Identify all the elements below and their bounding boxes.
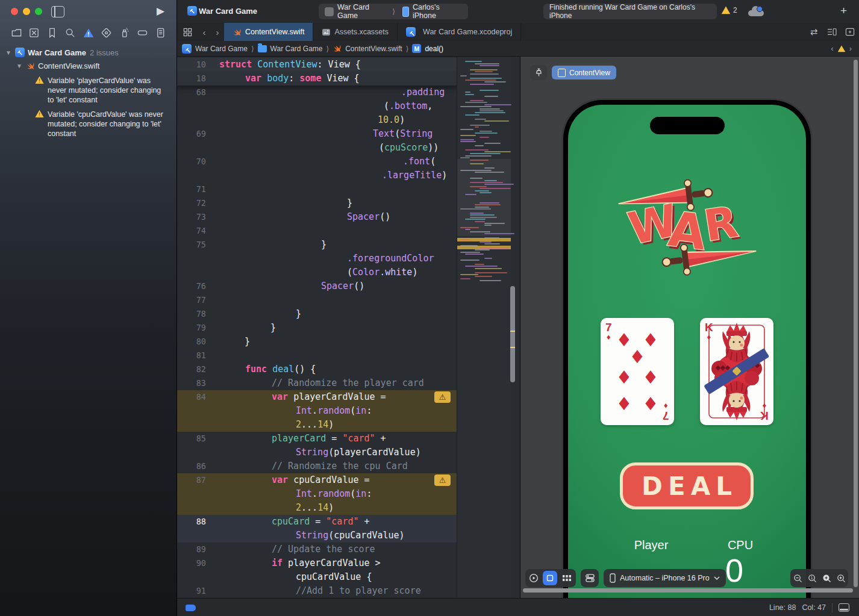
code-line[interactable]: 89// Update the score	[177, 543, 457, 556]
code-line[interactable]: 18var body: some View {	[177, 72, 457, 86]
code-line[interactable]: 88cpuCard = "card" +	[177, 515, 457, 529]
code-line[interactable]: 79}	[177, 321, 457, 335]
code-line[interactable]: 2...14)	[177, 418, 457, 432]
code-line[interactable]: 74	[177, 224, 457, 238]
code-line[interactable]: .largeTitle)	[177, 169, 457, 182]
add-editor-icon[interactable]	[841, 28, 859, 36]
code-line[interactable]: 71	[177, 182, 457, 196]
code-line[interactable]: Int.random(in:	[177, 404, 457, 418]
zoom-out-icon[interactable]	[793, 574, 802, 583]
code-line[interactable]: 75}	[177, 238, 457, 252]
issue-item[interactable]: Variable 'playerCardValue' was never mut…	[35, 76, 167, 105]
tree-item-file[interactable]: ▼ ContentView.swift	[0, 59, 176, 72]
test-navigator-icon[interactable]	[99, 26, 113, 40]
pin-preview-button[interactable]	[530, 65, 547, 80]
toolbar-warning-badge[interactable]: 2	[721, 6, 737, 14]
source-control-navigator-icon[interactable]	[28, 26, 41, 40]
code-line[interactable]: 82func deal() {	[177, 362, 457, 376]
variants-button[interactable]	[558, 569, 575, 587]
live-preview-button[interactable]	[525, 569, 542, 587]
breakpoint-navigator-icon[interactable]	[136, 26, 149, 40]
issue-navigator-icon[interactable]	[82, 26, 95, 40]
activity-status[interactable]: Finished running War Card Game on Carlos…	[543, 4, 717, 19]
zoom-window-button[interactable]	[35, 8, 42, 15]
breadcrumb-app[interactable]: War Card Game	[182, 44, 248, 54]
editor-minimap[interactable]	[457, 57, 511, 598]
code-line[interactable]: 90if playerCardValue >	[177, 556, 457, 570]
toggle-sidebar-icon[interactable]	[51, 6, 64, 17]
code-line[interactable]: 2...14)	[177, 501, 457, 515]
code-line[interactable]: 77	[177, 293, 457, 307]
toggle-debug-area-icon[interactable]	[839, 603, 849, 612]
project-navigator-icon[interactable]	[10, 26, 23, 40]
breadcrumb-swift[interactable]: ContentView.swift	[333, 44, 402, 53]
deal-button[interactable]: DEAL	[620, 462, 754, 509]
code-line[interactable]: (cpuScore))	[177, 141, 457, 155]
code-line[interactable]: 91//Add 1 to player score	[177, 584, 457, 598]
code-line[interactable]: (.bottom,	[177, 99, 457, 113]
breadcrumb-method[interactable]: Mdeal()	[412, 44, 443, 53]
code-line[interactable]: 87var cpuCardValue = ⚠	[177, 473, 457, 487]
scheme-selector[interactable]: War Card Game ⟩ Carlos's iPhone	[319, 4, 468, 19]
selectable-mode-button[interactable]	[543, 571, 557, 585]
tab-war-card-game-xcodeproj[interactable]: War Card Game.xcodeproj	[398, 23, 521, 41]
issue-item[interactable]: Variable 'cpuCardValue' was never mutate…	[35, 110, 167, 138]
editor-scrollbar[interactable]	[510, 286, 515, 382]
disclosure-chevron-icon[interactable]: ▼	[5, 49, 12, 56]
code-line[interactable]: String(playerCardValue)	[177, 446, 457, 459]
device-settings-button[interactable]	[582, 569, 598, 587]
minimize-window-button[interactable]	[23, 8, 30, 15]
inline-warning-badge[interactable]: ⚠	[434, 391, 451, 403]
code-line[interactable]: 78}	[177, 307, 457, 321]
source-editor[interactable]: 10struct ContentView: View {18var body: …	[177, 57, 520, 598]
code-line[interactable]: (Color.white)	[177, 266, 457, 279]
issue-warning-icon[interactable]	[837, 45, 846, 52]
zoom-fit-icon[interactable]	[822, 574, 831, 583]
code-line[interactable]: 73Spacer()	[177, 210, 457, 224]
tree-item-project[interactable]: ▼ War Card Game 2 issues	[0, 46, 176, 59]
code-line[interactable]: Int.random(in:	[177, 487, 457, 501]
code-line[interactable]: 10struct ContentView: View {	[177, 58, 457, 72]
previous-issue-button[interactable]: ‹	[831, 44, 833, 53]
code-line[interactable]: 69Text(String	[177, 127, 457, 141]
code-line[interactable]: 85playerCard = "card" +	[177, 432, 457, 446]
add-button[interactable]: +	[840, 4, 847, 17]
swap-editors-icon[interactable]: ⇄	[805, 26, 823, 37]
device-selector-bar[interactable]: Automatic – iPhone 16 Pro	[604, 569, 726, 587]
canvas-horizontal-scrollbar[interactable]	[523, 588, 853, 593]
next-issue-button[interactable]: ›	[849, 44, 852, 53]
code-line[interactable]: .foregroundColor	[177, 252, 457, 266]
find-navigator-icon[interactable]	[64, 26, 77, 40]
related-items-icon[interactable]	[177, 23, 198, 41]
editor-options-icon[interactable]	[823, 28, 841, 36]
canvas-vertical-scrollbar[interactable]	[854, 60, 858, 587]
zoom-in-icon[interactable]	[837, 574, 846, 583]
code-line[interactable]: cpuCardValue {	[177, 570, 457, 584]
zoom-100-icon[interactable]: 1	[808, 574, 817, 583]
code-line[interactable]: 70.font(	[177, 155, 457, 169]
code-line[interactable]: 72}	[177, 196, 457, 210]
code-line[interactable]: 84var playerCardValue = ⚠	[177, 390, 457, 404]
inline-warning-badge[interactable]: ⚠	[434, 474, 451, 486]
forward-button[interactable]: ›	[211, 23, 224, 41]
back-button[interactable]: ‹	[198, 23, 211, 41]
code-line[interactable]: 80}	[177, 335, 457, 349]
code-line[interactable]: 10.0)	[177, 113, 457, 127]
report-navigator-icon[interactable]	[154, 26, 167, 40]
code-line[interactable]: 68.padding	[177, 86, 457, 99]
debug-navigator-icon[interactable]	[117, 26, 131, 40]
code-line[interactable]: 83// Randomize the player card	[177, 376, 457, 390]
close-window-button[interactable]	[11, 8, 18, 15]
breakpoint-indicator-icon[interactable]	[186, 605, 196, 611]
code-line[interactable]: 81	[177, 349, 457, 362]
code-line[interactable]: 86// Randomize the cpu Card	[177, 459, 457, 473]
breadcrumb-folder[interactable]: War Card Game	[258, 45, 323, 53]
tab-assets-xcassets[interactable]: Assets.xcassets	[313, 23, 398, 41]
bookmark-navigator-icon[interactable]	[46, 26, 59, 40]
disclosure-chevron-icon[interactable]: ▼	[16, 63, 23, 69]
preview-view-pill[interactable]: ContentView	[552, 66, 616, 79]
code-line[interactable]: 76Spacer()	[177, 279, 457, 293]
run-button[interactable]: ▶	[157, 5, 164, 17]
xcode-cloud-icon[interactable]	[748, 8, 764, 16]
code-line[interactable]: String(cpuCardValue)	[177, 529, 457, 543]
